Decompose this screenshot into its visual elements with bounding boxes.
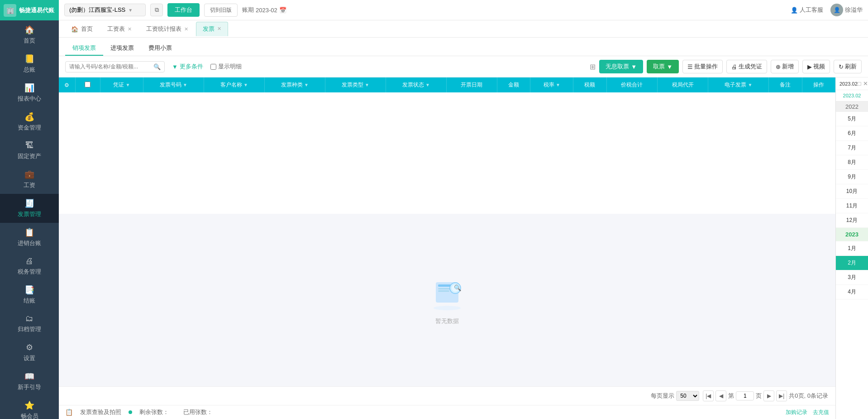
search-input[interactable] [69,63,152,70]
company-chevron-icon: ▼ [128,8,133,13]
sidebar-item-capital[interactable]: 💰资金管理 [0,107,59,136]
col-invoice-status: 发票状态 ▼ [386,77,446,92]
get-ticket-btn[interactable]: 取票 ▼ [647,60,679,73]
invoice-table: ⚙ 凭证 ▼ 发票号码 ▼ 客户名称 ▼ 发票种类 ▼ 发票类型 ▼ 发票状态 … [59,77,835,92]
month-12月[interactable]: 12月 [836,213,868,228]
sidebar-item-settlement[interactable]: 📑结账 [0,280,59,309]
gen-voucher-btn[interactable]: 🖨 生成凭证 [726,60,767,73]
col-tax-rate: 税率 ▼ [530,77,573,92]
month-5月[interactable]: 5月 [836,112,868,126]
month-2023-4月[interactable]: 4月 [836,285,868,299]
select-all-checkbox[interactable] [85,82,91,87]
month-11月[interactable]: 11月 [836,199,868,213]
date-panel-maximize[interactable]: □ [858,80,861,87]
settlement-icon: 📑 [24,285,34,295]
table-container[interactable]: ⚙ 凭证 ▼ 发票号码 ▼ 客户名称 ▼ 发票种类 ▼ 发票类型 ▼ 发票状态 … [59,77,835,214]
sidebar-item-ledger[interactable]: 📒总账 [0,49,59,78]
sidebar-item-tax-mgmt[interactable]: 🖨税务管理 [0,252,59,280]
page-size-label: 每页显示 [651,392,674,400]
month-7月[interactable]: 7月 [836,141,868,155]
month-8月[interactable]: 8月 [836,155,868,170]
no-ticket-btn[interactable]: 无息取票 ▼ [599,60,643,73]
month-10月[interactable]: 10月 [836,184,868,199]
tab-salary-table-close[interactable]: ✕ [128,26,132,32]
inv-tab-expense-label: 费用小票 [148,44,172,51]
first-page-btn[interactable]: |◀ [703,390,714,401]
no-ticket-label: 无息取票 [606,63,629,71]
verify-dot [129,410,132,414]
inv-tab-sales[interactable]: 销项发票 [65,41,103,56]
tab-salary-stat[interactable]: 工资统计报表 ✕ [139,22,195,36]
grid-view-icon[interactable]: ⊞ [590,63,596,71]
page-input[interactable] [736,391,754,400]
col-checkbox[interactable] [75,77,100,92]
sidebar-item-archive[interactable]: 🗂归档管理 [0,309,59,338]
tab-invoice-close[interactable]: ✕ [217,26,221,32]
sidebar-label-member: 畅会员 [21,412,38,419]
sidebar-item-invoice-mgmt[interactable]: 🧾发票管理 [0,194,59,223]
service-icon: 👤 [791,7,798,14]
tab-invoice[interactable]: 发票 ✕ [196,22,228,36]
sidebar-item-guide[interactable]: 📖新手引导 [0,367,59,396]
search-box: 🔍 [65,61,165,72]
period-text: 账期 [242,6,254,14]
service-link[interactable]: 👤 人工客服 [791,6,823,14]
prev-page-btn[interactable]: ◀ [715,390,726,401]
tabbar: 🏠 首页 工资表 ✕ 工资统计报表 ✕ 发票 ✕ [59,20,868,38]
get-ticket-chevron: ▼ [667,63,672,70]
topbar-right: 👤 人工客服 👤 徐溢华 [791,4,863,16]
batch-ops-btn[interactable]: ☰ 批量操作 [682,60,723,73]
content-area: 销项发票 进项发票 费用小票 🔍 ▼ 更多条件 显示明细 [59,38,868,419]
month-6月[interactable]: 6月 [836,126,868,141]
inv-tab-expense[interactable]: 费用小票 [141,41,179,56]
recharge-link[interactable]: 去充值 [813,409,829,416]
month-2023-1月[interactable]: 1月 [836,241,868,256]
sidebar-label-guide: 新手引导 [18,383,41,391]
company-selector[interactable]: (勿删）江西服宝-LSS ▼ [64,4,146,16]
archive-icon: 🗂 [25,314,33,323]
page-size-dropdown[interactable]: 50 10 20 100 [676,391,699,401]
user-info[interactable]: 👤 徐溢华 [830,4,863,16]
calendar-icon[interactable]: 📅 [279,7,286,14]
add-btn[interactable]: ⊕ 新增 [771,60,799,73]
tab-salary-table[interactable]: 工资表 ✕ [100,22,138,36]
date-panel-header-2: 2023.02 [836,90,868,101]
empty-text: 暂无数据 [435,317,459,325]
next-page-btn[interactable]: ▶ [763,390,774,401]
page-size-select: 每页显示 50 10 20 100 [651,391,699,401]
tax-mgmt-icon: 🖨 [25,256,33,266]
workspace-btn[interactable]: 工作台 [167,3,200,17]
filter-btn[interactable]: ▼ 更多条件 [168,61,207,72]
sidebar-item-sales-ledger[interactable]: 📋进销台账 [0,223,59,252]
month-2023-2月[interactable]: 2月 [836,256,868,270]
copy-company-btn[interactable]: ⧉ [150,4,163,16]
sidebar-item-home[interactable]: 🏠首页 [0,20,59,49]
col-tax-code: 税局代开 [657,77,708,92]
switch-version-btn[interactable]: 切到旧版 [204,4,238,17]
sidebar-label-settings: 设置 [24,354,35,362]
col-e-invoice: 电子发票 ▼ [708,77,769,92]
inv-tab-purchase[interactable]: 进项发票 [103,41,141,56]
col-client-name: 客户名称 ▼ [204,77,264,92]
filter-label: 更多条件 [180,63,203,71]
month-9月[interactable]: 9月 [836,170,868,184]
sidebar-item-salary[interactable]: 💼工资 [0,165,59,194]
sidebar-item-reports[interactable]: 📊报表中心 [0,78,59,107]
sidebar-item-settings[interactable]: ⚙设置 [0,338,59,367]
sidebar-item-member[interactable]: ⭐畅会员 [0,396,59,419]
month-2023-3月[interactable]: 3月 [836,270,868,285]
date-panel-close-icon[interactable]: ✕ [863,80,868,87]
table-area: ⚙ 凭证 ▼ 发票号码 ▼ 客户名称 ▼ 发票种类 ▼ 发票类型 ▼ 发票状态 … [59,77,835,419]
col-settings[interactable]: ⚙ [59,77,75,92]
empty-illustration: 🔍 [424,275,470,312]
tab-salary-stat-close[interactable]: ✕ [184,26,188,32]
show-detail-checkbox-label[interactable]: 显示明细 [210,63,242,71]
col-invoice-type: 发票种类 ▼ [264,77,325,92]
refresh-btn[interactable]: ↻ 刷新 [834,60,862,73]
sidebar-item-fixed-assets[interactable]: 🏗固定资产 [0,136,59,165]
tab-home[interactable]: 🏠 首页 [64,22,100,36]
video-btn[interactable]: ▶ 视频 [802,60,830,73]
purchase-record-link[interactable]: 加购记录 [786,409,807,416]
last-page-btn[interactable]: ▶| [776,390,787,401]
show-detail-checkbox[interactable] [210,64,216,70]
